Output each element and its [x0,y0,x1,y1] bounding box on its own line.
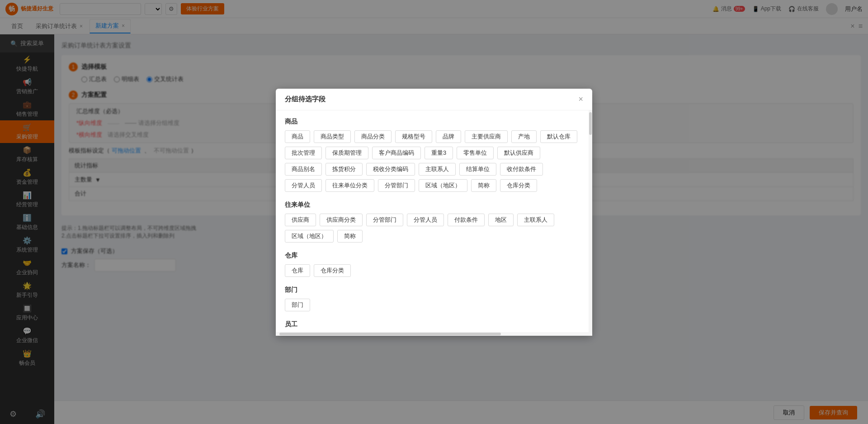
modal-scrollbar[interactable] [589,110,592,332]
field-tag[interactable]: 仓库分类 [500,179,537,192]
field-tag[interactable]: 商品别名 [285,163,322,176]
field-tag[interactable]: 收付款条件 [500,163,543,176]
field-tag[interactable]: 仓库 [285,264,310,277]
field-tag[interactable]: 商品 [285,130,310,143]
field-section-仓库: 仓库仓库仓库分类 [285,252,580,277]
field-tag[interactable]: 分管部门 [366,214,403,226]
field-section-员工: 员工业务员 [285,320,580,332]
field-section-title: 员工 [285,320,580,329]
field-tag[interactable]: 默认供应商 [497,147,540,159]
field-tags: 供应商供应商分类分管部门分管人员付款条件地区主联系人区域（地区）简称 [285,214,580,243]
field-tag[interactable]: 商品分类 [354,130,392,143]
field-tag[interactable]: 主联系人 [419,163,456,176]
field-tag[interactable]: 部门 [285,299,310,311]
modal-overlay: 分组待选字段 × 商品商品商品类型商品分类规格型号品牌主要供应商产地默认仓库批次… [0,0,868,424]
modal-title: 分组待选字段 [285,95,326,104]
field-tag[interactable]: 拣货积分 [326,163,363,176]
modal-body: 商品商品商品类型商品分类规格型号品牌主要供应商产地默认仓库批次管理保质期管理客户… [276,110,589,332]
field-tag[interactable]: 简称 [471,179,496,192]
field-tag[interactable]: 重量3 [425,147,453,159]
modal-header: 分组待选字段 × [276,89,592,110]
field-section-往来单位: 往来单位供应商供应商分类分管部门分管人员付款条件地区主联系人区域（地区）简称 [285,201,580,243]
field-tag[interactable]: 结算单位 [459,163,496,176]
field-section-title: 仓库 [285,252,580,260]
field-tag[interactable]: 客户商品编码 [372,147,421,159]
field-tag[interactable]: 供应商 [285,214,316,226]
field-section-title: 往来单位 [285,201,580,209]
field-tag[interactable]: 付款条件 [448,214,485,226]
field-section-商品: 商品商品商品类型商品分类规格型号品牌主要供应商产地默认仓库批次管理保质期管理客户… [285,118,580,192]
field-tag[interactable]: 供应商分类 [320,214,363,226]
field-tag[interactable]: 税收分类编码 [366,163,415,176]
modal-dialog: 分组待选字段 × 商品商品商品类型商品分类规格型号品牌主要供应商产地默认仓库批次… [276,89,592,336]
field-tag[interactable]: 分管部门 [378,179,415,192]
field-tag[interactable]: 分管人员 [285,179,322,192]
field-tag[interactable]: 品牌 [436,130,461,143]
field-tag[interactable]: 简称 [337,230,363,243]
field-section-部门: 部门部门 [285,286,580,311]
modal-close-button[interactable]: × [578,95,583,103]
field-tag[interactable]: 保质期管理 [326,147,368,159]
field-tag[interactable]: 商品类型 [314,130,351,143]
field-tag[interactable]: 规格型号 [395,130,432,143]
field-tag[interactable]: 默认仓库 [540,130,577,143]
field-tag[interactable]: 区域（地区） [419,179,467,192]
scrollbar-thumb [589,112,592,135]
field-tag[interactable]: 零售单位 [457,147,494,159]
field-tags: 商品商品类型商品分类规格型号品牌主要供应商产地默认仓库批次管理保质期管理客户商品… [285,130,580,192]
modal-h-scrollbar [276,332,592,336]
field-tags: 部门 [285,299,580,311]
field-tag[interactable]: 产地 [511,130,537,143]
field-tag[interactable]: 批次管理 [285,147,322,159]
field-tag[interactable]: 往来单位分类 [326,179,374,192]
h-scrollbar-thumb [279,333,501,335]
field-tags: 仓库仓库分类 [285,264,580,277]
field-tag[interactable]: 区域（地区） [285,230,334,243]
field-section-title: 部门 [285,286,580,294]
field-tag[interactable]: 地区 [488,214,514,226]
field-tag[interactable]: 分管人员 [407,214,444,226]
field-tag[interactable]: 主要供应商 [465,130,508,143]
field-tag[interactable]: 主联系人 [517,214,554,226]
field-tag[interactable]: 仓库分类 [314,264,351,277]
field-section-title: 商品 [285,118,580,126]
